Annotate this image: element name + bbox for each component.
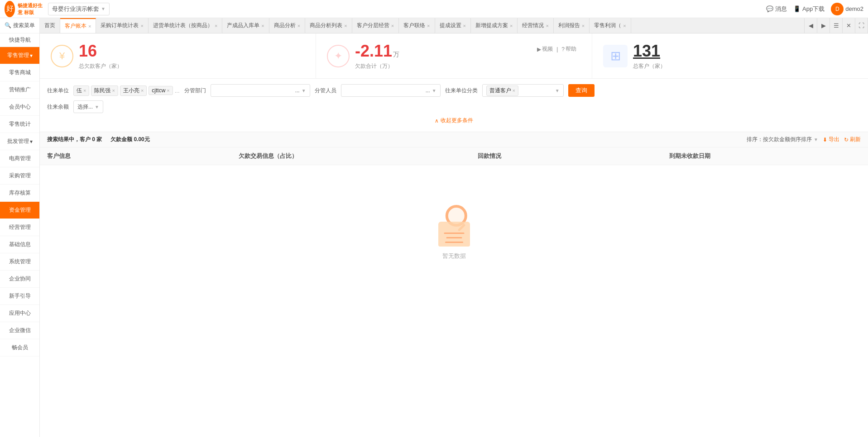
filter-person-select[interactable]: ... ▼ [341, 84, 441, 97]
tab-product-analysis-close[interactable]: × [297, 23, 300, 28]
tab-retail-profit-label: 零售利润（ [594, 22, 621, 29]
query-button[interactable]: 查询 [568, 84, 595, 97]
sidebar-item-marketing[interactable]: 营销推广 [0, 81, 39, 99]
filter-unit-label: 往来单位 [47, 87, 69, 95]
refresh-button[interactable]: ↻ 刷新 [844, 136, 861, 143]
filter-dept-more[interactable]: ... [295, 87, 300, 94]
tab-menu[interactable]: ☰ [830, 18, 843, 33]
tab-purchase-order-stats[interactable]: 采购订单统计表 × [96, 18, 148, 33]
tab-product-analysis-list-close[interactable]: × [344, 23, 347, 28]
collapse-label: 收起更多条件 [441, 117, 473, 124]
app-download-button[interactable]: 📱 App下载 [793, 5, 825, 13]
company-name: 母婴行业演示帐套 [52, 5, 99, 13]
top-bar: 好 畅捷通好生意 标版 母婴行业演示帐套 ▼ 💬 消息 📱 App下载 D de… [0, 0, 868, 18]
filter-person-more[interactable]: ... [426, 87, 430, 94]
tab-add-achievement-close[interactable]: × [510, 23, 513, 28]
result-spacer [104, 136, 109, 142]
stat-block-debt-amount: ✦ -2.11 万 欠款合计（万） ▶ [316, 33, 592, 78]
filter-category-select[interactable]: 普通客户 × ▼ [482, 84, 564, 97]
sidebar-item-new-guide[interactable]: 新手引导 [0, 288, 39, 305]
tab-customer-debt-close[interactable]: × [88, 24, 91, 29]
sidebar-item-wholesale-arrow: ▾ [30, 138, 33, 145]
user-menu[interactable]: D demo2 [831, 3, 863, 15]
sidebar-item-purchase[interactable]: 采购管理 [0, 167, 39, 185]
sidebar-item-basic-info[interactable]: 基础信息 [0, 236, 39, 253]
filter-tag-cj-close[interactable]: × [167, 88, 169, 93]
help-link[interactable]: ? 帮助 [561, 45, 576, 53]
filter-tag-normal-close[interactable]: × [513, 88, 515, 93]
tab-customer-contact[interactable]: 客户联络 × [399, 18, 435, 33]
sidebar-item-vip[interactable]: 畅会员 [0, 339, 39, 356]
sidebar-item-inventory[interactable]: 库存核算 [0, 185, 39, 202]
filter-tag-chen-label: 陈民强 [94, 87, 110, 95]
sidebar-item-retail-mall[interactable]: 零售商城 [0, 64, 39, 81]
tab-customer-tier-close[interactable]: × [391, 23, 394, 28]
tab-profit-report-close[interactable]: × [582, 23, 585, 28]
sidebar-item-app-center[interactable]: 应用中心 [0, 305, 39, 322]
tab-product-inbound[interactable]: 产成品入库单 × [222, 18, 269, 33]
filter-dept-select[interactable]: ... ▼ [211, 84, 310, 97]
result-sort[interactable]: 排序：按欠款金额倒序排序 ▼ [747, 136, 818, 143]
sidebar-item-retail-mgmt[interactable]: 零售管理 ▾ [0, 47, 39, 64]
sidebar-item-purchase-label: 采购管理 [9, 172, 31, 179]
sidebar-search[interactable]: 🔍 搜索菜单 [0, 18, 39, 33]
tab-retail-profit[interactable]: 零售利润（ × [590, 18, 631, 33]
tab-scroll-left[interactable]: ◀ [805, 18, 817, 33]
stat-block-debt-amount-content: -2.11 万 欠款合计（万） [355, 42, 399, 70]
sidebar-item-wecom[interactable]: 企业微信 [0, 322, 39, 339]
tab-inventory-stats[interactable]: 进货单统计表（按商品） × [149, 18, 222, 33]
filter-tag-wu: 伍 × [73, 86, 89, 96]
sidebar-item-enterprise[interactable]: 企业协同 [0, 271, 39, 288]
sidebar-quick-nav-label: 快捷导航 [9, 37, 31, 43]
tab-product-analysis-list[interactable]: 商品分析列表 × [305, 18, 352, 33]
export-button[interactable]: ⬇ 导出 [823, 136, 839, 143]
tab-customer-debt[interactable]: 客户账本 × [60, 18, 96, 33]
filter-tag-cj-label: cjttcw [152, 87, 165, 94]
avatar: D [831, 3, 844, 15]
sidebar-item-member[interactable]: 会员中心 [0, 99, 39, 116]
filter-tag-wu-close[interactable]: × [83, 88, 86, 93]
tab-operations-situation[interactable]: 经营情况 × [518, 18, 553, 33]
result-debt-label: 欠款金额 [110, 136, 132, 142]
tab-add-achievement[interactable]: 新增提成方案 × [471, 18, 518, 33]
tab-retail-profit-close[interactable]: × [623, 23, 626, 28]
sidebar-item-wholesale[interactable]: 批发管理 ▾ [0, 133, 39, 150]
collapse-button[interactable]: ∧ 收起更多条件 [47, 117, 861, 124]
tab-purchase-order-stats-close[interactable]: × [140, 23, 143, 28]
company-selector[interactable]: 母婴行业演示帐套 ▼ [48, 3, 110, 15]
sidebar-item-retail-stats[interactable]: 零售统计 [0, 116, 39, 133]
sidebar-quick-nav[interactable]: 快捷导航 [0, 33, 39, 47]
tab-scroll-right[interactable]: ▶ [817, 18, 830, 33]
filter-tag-more[interactable]: ... [175, 87, 180, 94]
tab-inventory-stats-close[interactable]: × [215, 23, 217, 28]
tab-achievement-settings[interactable]: 提成设置 × [435, 18, 471, 33]
tab-customer-contact-close[interactable]: × [427, 23, 430, 28]
message-button[interactable]: 💬 消息 [766, 5, 787, 13]
tab-home[interactable]: 首页 [40, 18, 60, 33]
tab-fullscreen[interactable]: ⛶ [855, 18, 868, 33]
empty-state-icon-container [427, 201, 481, 247]
sidebar-item-ecommerce[interactable]: 电商管理 [0, 150, 39, 167]
sidebar-item-finance[interactable]: 资金管理 [0, 202, 39, 219]
top-bar-right: 💬 消息 📱 App下载 D demo2 [766, 3, 863, 15]
filter-tag-chen-close[interactable]: × [112, 88, 115, 93]
tab-operations-situation-close[interactable]: × [546, 23, 548, 28]
tab-product-inbound-close[interactable]: × [261, 23, 264, 28]
video-link[interactable]: ▶ 视频 [537, 45, 553, 53]
filter-balance-select[interactable]: 选择... ▼ [73, 100, 103, 113]
sidebar-item-operations[interactable]: 经营管理 [0, 219, 39, 236]
empty-state-text: 暂无数据 [442, 252, 466, 260]
filter-tag-wang-close[interactable]: × [141, 88, 144, 93]
tab-close-all[interactable]: ✕ [843, 18, 855, 33]
video-label: 视频 [542, 45, 553, 53]
empty-state: 暂无数据 [40, 165, 868, 296]
sidebar-item-system[interactable]: 系统管理 [0, 253, 39, 271]
filter-category-chevron: ▼ [555, 88, 560, 93]
tab-profit-report[interactable]: 利润报告 × [554, 18, 590, 33]
tab-customer-tier[interactable]: 客户分层经营 × [352, 18, 399, 33]
tab-achievement-settings-close[interactable]: × [463, 23, 466, 28]
message-label: 消息 [775, 5, 787, 13]
sidebar-item-wecom-label: 企业微信 [9, 327, 31, 333]
tab-product-analysis[interactable]: 商品分析 × [269, 18, 305, 33]
export-label: 导出 [829, 136, 839, 143]
